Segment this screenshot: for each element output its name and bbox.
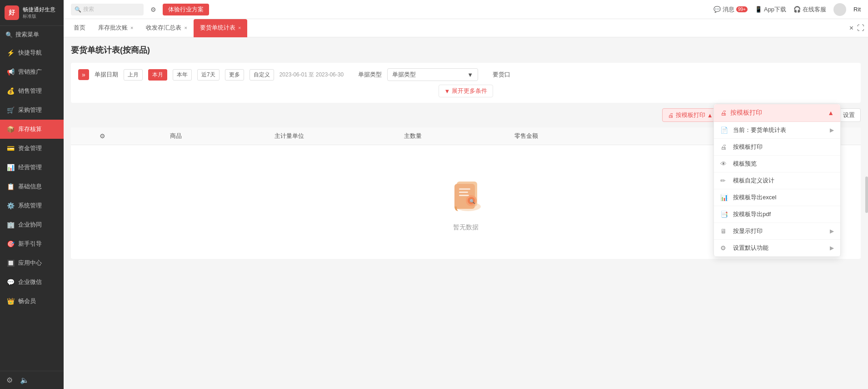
table-settings-icon[interactable]: ⚙ bbox=[100, 132, 105, 140]
svg-rect-4 bbox=[459, 192, 468, 193]
sidebar: 好 畅捷通好生意 标准版 🔍 搜索菜单 ⚡ 快捷导航 📢 营销推广 💰 销售管理… bbox=[0, 0, 64, 389]
demand-type-label: 要货口 bbox=[493, 71, 510, 79]
marketing-icon: 📢 bbox=[6, 68, 15, 76]
svg-rect-3 bbox=[459, 188, 470, 190]
sidebar-item-enterprise[interactable]: 🏢 企业协同 bbox=[0, 215, 64, 234]
default-function-icon: ⚙ bbox=[720, 244, 728, 252]
dropdown-item-print[interactable]: 🖨 按模板打印 bbox=[714, 139, 840, 156]
dropdown-default-function[interactable]: ⚙ 设置默认功能 ▶ bbox=[714, 240, 840, 257]
search-icon: 🔍 bbox=[75, 6, 81, 13]
sidebar-item-shortcut[interactable]: ⚡ 快捷导航 bbox=[0, 43, 64, 62]
display-print-chevron: ▶ bbox=[830, 228, 834, 234]
window-close-button[interactable]: × bbox=[849, 24, 853, 32]
date-btn-more[interactable]: 更多 bbox=[225, 69, 244, 81]
page-title: 要货单统计表(按商品) bbox=[71, 45, 861, 56]
trial-industry-button[interactable]: 体验行业方案 bbox=[163, 4, 209, 15]
tab-receivables[interactable]: 收发存汇总表 × bbox=[140, 19, 193, 37]
page-content: 要货单统计表(按商品) » 单据日期 上月 本月 本年 近7天 更多 自定义 2… bbox=[64, 37, 868, 389]
message-action[interactable]: 💬 消息 99+ bbox=[713, 5, 748, 14]
tab-bar: 首页 库存批次账 × 收发存汇总表 × 要货单统计表 × × ⛶ bbox=[64, 19, 868, 37]
header-left: 🔍 搜索 ⚙ 体验行业方案 bbox=[71, 4, 209, 15]
filter-bar: » 单据日期 上月 本月 本年 近7天 更多 自定义 2023-06-01 至 … bbox=[71, 63, 861, 103]
filter-expand-icon[interactable]: » bbox=[78, 69, 89, 80]
message-badge: 99+ bbox=[736, 6, 748, 12]
sidebar-item-system[interactable]: ⚙️ 系统管理 bbox=[0, 196, 64, 215]
footer-sound-icon[interactable]: 🔈 bbox=[20, 376, 29, 384]
sidebar-item-appstore[interactable]: 🔲 应用中心 bbox=[0, 253, 64, 273]
default-function-chevron: ▶ bbox=[830, 245, 834, 251]
footer-settings-icon[interactable]: ⚙ bbox=[6, 376, 13, 384]
print-icon: 🖨 bbox=[720, 143, 728, 151]
app-download-action[interactable]: 📱 App下载 bbox=[755, 5, 786, 14]
dropdown-item-preview[interactable]: 👁 模板预览 bbox=[714, 156, 840, 172]
sidebar-item-member[interactable]: 👑 畅会员 bbox=[0, 292, 64, 311]
svg-rect-5 bbox=[459, 195, 469, 196]
sidebar-item-sales[interactable]: 💰 销售管理 bbox=[0, 81, 64, 101]
appstore-icon: 🔲 bbox=[6, 259, 15, 267]
pdf-icon: 📑 bbox=[720, 211, 728, 218]
search-icon: 🔍 bbox=[5, 31, 13, 38]
app-download-icon: 📱 bbox=[755, 6, 762, 13]
header-gear-button[interactable]: ⚙ bbox=[147, 4, 159, 15]
dropdown-chevron-up-icon[interactable]: ▲ bbox=[828, 109, 834, 116]
empty-icon: 🔍 bbox=[443, 172, 489, 218]
sidebar-item-purchase[interactable]: 🛒 采购管理 bbox=[0, 101, 64, 120]
tab-receivables-close-icon[interactable]: × bbox=[184, 25, 187, 30]
tab-batch[interactable]: 库存批次账 × bbox=[92, 19, 140, 37]
dropdown-current-template[interactable]: 📄 当前：要货单统计表 ▶ bbox=[714, 122, 840, 139]
scroll-hint[interactable] bbox=[865, 177, 868, 213]
online-service-action[interactable]: 🎧 在线客服 bbox=[793, 5, 826, 14]
date-btn-custom[interactable]: 自定义 bbox=[249, 69, 274, 81]
user-avatar[interactable] bbox=[833, 3, 846, 16]
date-btn-last-month[interactable]: 上月 bbox=[124, 69, 143, 81]
chevron-down-icon: ▼ bbox=[467, 71, 473, 78]
service-icon: 🎧 bbox=[793, 6, 801, 13]
sidebar-item-marketing[interactable]: 📢 营销推广 bbox=[0, 62, 64, 81]
window-maximize-button[interactable]: ⛶ bbox=[857, 24, 864, 32]
dropdown-display-print[interactable]: 🖥 按显示打印 ▶ bbox=[714, 223, 840, 240]
expand-more-btn[interactable]: ▼ 展开更多条件 bbox=[439, 85, 494, 97]
top-header: 🔍 搜索 ⚙ 体验行业方案 💬 消息 99+ 📱 App下载 🎧 在线客服 Ri… bbox=[64, 0, 868, 19]
sales-icon: 💰 bbox=[6, 87, 15, 95]
date-label: 单据日期 bbox=[95, 71, 118, 79]
newbie-icon: 🎯 bbox=[6, 240, 15, 248]
logo-text: 畅捷通好生意 标准版 bbox=[23, 6, 55, 20]
dropdown-item-design[interactable]: ✏ 模板自定义设计 bbox=[714, 172, 840, 189]
purchase-icon: 🛒 bbox=[6, 106, 15, 114]
finance-icon: 💳 bbox=[6, 144, 15, 152]
operation-icon: 📊 bbox=[6, 163, 15, 172]
tab-home[interactable]: 首页 bbox=[67, 19, 92, 37]
svg-text:🔍: 🔍 bbox=[469, 198, 475, 204]
dropdown-item-export-excel[interactable]: 📊 按模板导出excel bbox=[714, 189, 840, 206]
sidebar-item-basic[interactable]: 📋 基础信息 bbox=[0, 177, 64, 196]
tab-batch-close-icon[interactable]: × bbox=[130, 25, 133, 30]
logo-icon: 好 bbox=[5, 5, 19, 20]
col-amount: 零售金额 bbox=[464, 127, 588, 145]
inventory-icon: 📦 bbox=[6, 125, 15, 133]
member-icon: 👑 bbox=[6, 297, 15, 305]
sidebar-logo: 好 畅捷通好生意 标准版 bbox=[0, 0, 64, 26]
global-search[interactable]: 🔍 搜索 bbox=[71, 4, 144, 15]
dropdown-header: 🖨 按模板打印 ▲ bbox=[714, 104, 840, 122]
date-range-text: 2023-06-01 至 2023-06-30 bbox=[279, 71, 344, 79]
sidebar-search-item[interactable]: 🔍 搜索菜单 bbox=[0, 26, 64, 43]
date-btn-this-month[interactable]: 本月 bbox=[148, 69, 167, 81]
filter-row-1: » 单据日期 上月 本月 本年 近7天 更多 自定义 2023-06-01 至 … bbox=[78, 68, 853, 81]
sidebar-item-operation[interactable]: 📊 经营管理 bbox=[0, 158, 64, 177]
sidebar-item-newbie[interactable]: 🎯 新手引导 bbox=[0, 234, 64, 253]
current-template-chevron: ▶ bbox=[830, 127, 834, 133]
type-select[interactable]: 单据类型 ▼ bbox=[387, 68, 478, 81]
sidebar-item-inventory[interactable]: 📦 库存核算 bbox=[0, 120, 64, 139]
date-btn-this-year[interactable]: 本年 bbox=[173, 69, 192, 81]
print-template-button[interactable]: 🖨 按模板打印 ▲ bbox=[662, 108, 719, 122]
dropdown-item-export-pdf[interactable]: 📑 按模板导出pdf bbox=[714, 206, 840, 223]
sidebar-item-wechat[interactable]: 💬 企业微信 bbox=[0, 273, 64, 292]
sidebar-item-finance[interactable]: 💳 资金管理 bbox=[0, 139, 64, 158]
col-settings[interactable]: ⚙ bbox=[71, 127, 134, 145]
date-btn-7days[interactable]: 近7天 bbox=[197, 69, 219, 81]
message-icon: 💬 bbox=[713, 6, 721, 13]
tab-demand-close-icon[interactable]: × bbox=[238, 25, 241, 30]
sidebar-footer: ⚙ 🔈 bbox=[0, 371, 64, 389]
design-icon: ✏ bbox=[720, 177, 728, 184]
tab-demand[interactable]: 要货单统计表 × bbox=[194, 19, 247, 37]
